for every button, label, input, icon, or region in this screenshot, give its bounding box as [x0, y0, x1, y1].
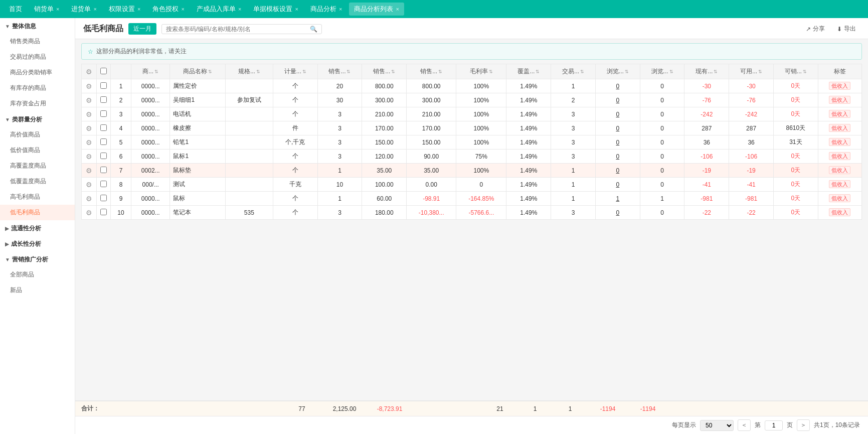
nav-close-icon[interactable]: × — [180, 6, 184, 12]
settings-cell[interactable]: ⚙ — [82, 206, 97, 220]
next-page-btn[interactable]: ＞ — [797, 419, 810, 431]
checkbox-cell[interactable] — [97, 121, 111, 135]
settings-cell[interactable]: ⚙ — [82, 93, 97, 107]
row-name[interactable]: 电话机 — [170, 107, 226, 121]
row-checkbox[interactable] — [100, 96, 107, 103]
row-name[interactable]: 笔记本 — [170, 206, 226, 220]
prev-page-btn[interactable]: ＜ — [738, 419, 751, 431]
settings-col-header[interactable]: ⚙ — [82, 64, 97, 79]
col-gross-rate[interactable]: 毛利率⇅ — [456, 64, 506, 79]
row-browse1[interactable]: 1 — [595, 192, 640, 206]
nav-item-商品分析列表[interactable]: 商品分析列表 × — [349, 3, 404, 16]
row-browse1[interactable]: 0 — [595, 206, 640, 220]
checkbox-cell[interactable] — [97, 135, 111, 150]
sidebar-item-低价值商品[interactable]: 低价值商品 — [0, 142, 75, 158]
col-sales-profit[interactable]: 销售...⇅ — [407, 64, 456, 79]
col-coverage[interactable]: 覆盖...⇅ — [506, 64, 551, 79]
row-name[interactable]: 鼠标垫 — [170, 164, 226, 178]
checkbox-cell[interactable] — [97, 178, 111, 192]
nav-item-角色授权[interactable]: 角色授权 × — [147, 3, 189, 16]
checkbox-cell[interactable] — [97, 79, 111, 93]
settings-cell[interactable]: ⚙ — [82, 107, 97, 121]
col-transaction[interactable]: 交易...⇅ — [551, 64, 596, 79]
nav-close-icon[interactable]: × — [55, 6, 59, 12]
sidebar-item-库存资金占用[interactable]: 库存资金占用 — [0, 96, 75, 111]
row-browse1[interactable]: 0 — [595, 178, 640, 192]
nav-close-icon[interactable]: × — [136, 6, 140, 12]
settings-cell[interactable]: ⚙ — [82, 135, 97, 150]
checkbox-cell[interactable] — [97, 192, 111, 206]
row-checkbox[interactable] — [100, 167, 107, 173]
row-name[interactable]: 鼠标1 — [170, 150, 226, 164]
col-code[interactable]: 商...⇅ — [131, 64, 170, 79]
row-name[interactable]: 吴细细1 — [170, 93, 226, 107]
sidebar-item-销售类商品[interactable]: 销售类商品 — [0, 34, 75, 49]
settings-cell[interactable]: ⚙ — [82, 192, 97, 206]
nav-item-权限设置[interactable]: 权限设置 × — [104, 3, 145, 16]
nav-close-icon[interactable]: × — [293, 6, 298, 12]
col-current-stock[interactable]: 现有...⇅ — [684, 64, 729, 79]
settings-cell[interactable]: ⚙ — [82, 150, 97, 164]
share-button[interactable]: ↗ 分享 — [802, 23, 829, 35]
row-browse1[interactable]: 0 — [595, 164, 640, 178]
row-checkbox[interactable] — [100, 110, 107, 117]
checkbox-cell[interactable] — [97, 164, 111, 178]
col-spec[interactable]: 规格...⇅ — [225, 64, 273, 79]
nav-close-icon[interactable]: × — [337, 6, 342, 12]
row-browse1[interactable]: 0 — [595, 79, 640, 93]
nav-item-商品分析[interactable]: 商品分析 × — [305, 3, 347, 16]
sidebar-item-高毛利商品[interactable]: 高毛利商品 — [0, 189, 75, 205]
page-input[interactable] — [765, 420, 783, 430]
settings-cell[interactable]: ⚙ — [82, 178, 97, 192]
nav-close-icon[interactable]: × — [92, 6, 96, 12]
checkbox-cell[interactable] — [97, 206, 111, 220]
nav-close-icon[interactable]: × — [394, 6, 399, 12]
col-browse2[interactable]: 浏览...⇅ — [640, 64, 684, 79]
sidebar-item-新品[interactable]: 新品 — [0, 282, 75, 298]
col-sales-qty[interactable]: 销售...⇅ — [317, 64, 362, 79]
select-all-checkbox[interactable] — [100, 68, 107, 74]
date-filter-btn[interactable]: 近一月 — [128, 23, 156, 35]
sidebar-item-商品分类助销率[interactable]: 商品分类助销率 — [0, 65, 75, 80]
nav-item-首页[interactable]: 首页 — [4, 3, 27, 16]
nav-item-产成品入库单[interactable]: 产成品入库单 × — [192, 3, 246, 16]
sidebar-item-交易过的商品[interactable]: 交易过的商品 — [0, 49, 75, 65]
sidebar-item-高价值商品[interactable]: 高价值商品 — [0, 127, 75, 142]
row-checkbox[interactable] — [100, 195, 107, 201]
row-name[interactable]: 测试 — [170, 178, 226, 192]
nav-item-单据模板设置[interactable]: 单据模板设置 × — [248, 3, 303, 16]
row-checkbox[interactable] — [100, 138, 107, 145]
checkbox-cell[interactable] — [97, 150, 111, 164]
col-available[interactable]: 可用...⇅ — [729, 64, 774, 79]
row-checkbox[interactable] — [100, 209, 107, 215]
row-checkbox[interactable] — [100, 181, 107, 187]
row-name[interactable]: 属性定价 — [170, 79, 226, 93]
checkbox-cell[interactable] — [97, 93, 111, 107]
row-name[interactable]: 橡皮擦 — [170, 121, 226, 135]
nav-close-icon[interactable]: × — [237, 6, 241, 12]
row-checkbox[interactable] — [100, 82, 107, 89]
settings-cell[interactable]: ⚙ — [82, 121, 97, 135]
settings-cell[interactable]: ⚙ — [82, 79, 97, 93]
sidebar-group-营销推广分析[interactable]: ▼营销推广分析 — [0, 251, 75, 267]
col-unit[interactable]: 计量...⇅ — [273, 64, 317, 79]
nav-item-销货单[interactable]: 销货单 × — [29, 3, 64, 16]
sidebar-item-低覆盖度商品[interactable]: 低覆盖度商品 — [0, 174, 75, 189]
col-sales-price[interactable]: 销售...⇅ — [362, 64, 407, 79]
search-icon[interactable]: 🔍 — [310, 26, 317, 33]
row-checkbox[interactable] — [100, 153, 107, 159]
sidebar-group-流通性分析[interactable]: ▶流通性分析 — [0, 220, 75, 236]
row-browse1[interactable]: 0 — [595, 93, 640, 107]
row-checkbox[interactable] — [100, 124, 107, 131]
export-button[interactable]: ⬇ 导出 — [833, 23, 860, 35]
col-name[interactable]: 商品名称⇅ — [170, 64, 226, 79]
sidebar-group-类群量分析[interactable]: ▼类群量分析 — [0, 111, 75, 127]
nav-item-进货单[interactable]: 进货单 × — [66, 3, 101, 16]
row-browse1[interactable]: 0 — [595, 150, 640, 164]
settings-cell[interactable]: ⚙ — [82, 164, 97, 178]
page-size-select[interactable]: 50 20 100 — [700, 420, 734, 431]
sidebar-item-全部商品[interactable]: 全部商品 — [0, 267, 75, 282]
col-sellable[interactable]: 可销...⇅ — [773, 64, 818, 79]
row-browse1[interactable]: 0 — [595, 107, 640, 121]
checkbox-cell[interactable] — [97, 107, 111, 121]
